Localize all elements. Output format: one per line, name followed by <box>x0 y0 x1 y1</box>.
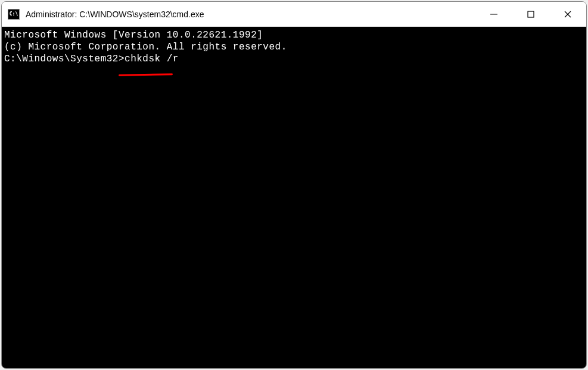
cmd-icon: C:\ <box>8 9 20 20</box>
minimize-icon <box>490 10 498 18</box>
cmd-window: C:\ Administrator: C:\WINDOWS\system32\c… <box>1 1 587 369</box>
terminal-line-version: Microsoft Windows [Version 10.0.22621.19… <box>4 29 584 41</box>
minimize-button[interactable] <box>475 2 512 26</box>
window-controls <box>475 2 586 26</box>
svg-rect-1 <box>528 11 534 17</box>
terminal-prompt-line: C:\Windows\System32>chkdsk /r <box>4 53 584 65</box>
maximize-button[interactable] <box>512 2 549 26</box>
titlebar[interactable]: C:\ Administrator: C:\WINDOWS\system32\c… <box>2 2 586 27</box>
close-icon <box>564 10 572 18</box>
window-title: Administrator: C:\WINDOWS\system32\cmd.e… <box>26 10 475 19</box>
terminal-content[interactable]: Microsoft Windows [Version 10.0.22621.19… <box>2 27 586 368</box>
cmd-icon-text: C:\ <box>10 12 18 17</box>
terminal-command: chkdsk /r <box>125 54 179 64</box>
close-button[interactable] <box>549 2 586 26</box>
terminal-line-copyright: (c) Microsoft Corporation. All rights re… <box>4 41 584 53</box>
terminal-prompt: C:\Windows\System32> <box>4 54 125 64</box>
maximize-icon <box>527 10 535 18</box>
red-underline-annotation <box>119 73 173 76</box>
